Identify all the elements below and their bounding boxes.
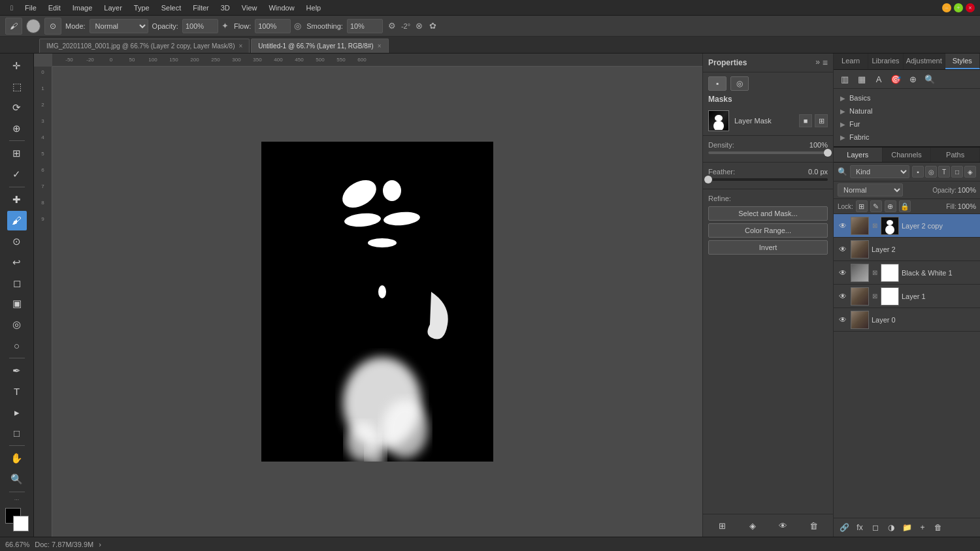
mode-select[interactable]: Normal Multiply Screen [90, 19, 148, 33]
filter-type-icon[interactable]: T [938, 166, 950, 178]
tab-0[interactable]: IMG_20201108_0001.jpg @ 66.7% (Layer 2 c… [39, 39, 250, 53]
style-item-fabric[interactable]: ▶ Fabric [834, 131, 980, 144]
flow-input[interactable] [255, 19, 291, 33]
maximize-button[interactable]: + [954, 3, 963, 12]
link-layers-icon[interactable]: 🔗 [838, 521, 851, 534]
move-tool[interactable]: ✛ [7, 56, 27, 76]
tab-learn[interactable]: Learn [834, 54, 868, 69]
dodge-tool[interactable]: ○ [7, 336, 27, 355]
properties-menu-icon[interactable]: ≡ [823, 57, 828, 68]
close-button[interactable]: × [966, 3, 975, 12]
lasso-tool[interactable]: ⟳ [7, 98, 27, 118]
airbrush-icon[interactable]: ✦ [220, 20, 230, 32]
brush-size-icon[interactable] [26, 19, 41, 33]
menu-window[interactable]: Window [263, 3, 299, 13]
style-item-fur[interactable]: ▶ Fur [834, 118, 980, 131]
layers-mode-select[interactable]: Normal Multiply Screen Overlay [838, 183, 903, 197]
props-bottom-icon-2[interactable]: ◈ [745, 518, 760, 533]
layer-visibility-layer1[interactable]: 👁 [838, 291, 848, 302]
menu-ps[interactable]:  [5, 3, 18, 13]
menu-select[interactable]: Select [156, 3, 187, 13]
add-mask-icon[interactable]: ◻ [869, 521, 882, 534]
path-selection-tool[interactable]: ▸ [7, 403, 27, 422]
layer-mask-preview[interactable] [708, 110, 729, 131]
style-item-natural[interactable]: ▶ Natural [834, 104, 980, 118]
vector-mask-icon[interactable]: ◎ [730, 76, 749, 91]
collapse-icon[interactable]: » [815, 57, 820, 68]
styles-panel-icon-4[interactable]: 🎯 [889, 72, 903, 86]
eraser-tool[interactable]: ◻ [7, 274, 27, 293]
styles-panel-icon-3[interactable]: A [872, 72, 886, 86]
menu-layer[interactable]: Layer [99, 3, 127, 13]
clone-stamp-tool[interactable]: ⊙ [7, 232, 27, 251]
layer-visibility-layer2[interactable]: 👁 [838, 244, 848, 255]
menu-3d[interactable]: 3D [216, 3, 235, 13]
tab-0-close[interactable]: × [238, 42, 242, 50]
extra-icon[interactable]: ✿ [428, 20, 438, 32]
layers-kind-select[interactable]: Kind Name Effect [850, 165, 909, 178]
marquee-tool[interactable]: ⬚ [7, 77, 27, 97]
mask-link-icon[interactable]: ⊞ [815, 114, 828, 127]
filter-adjust-icon[interactable]: ◎ [925, 166, 937, 178]
feather-slider-thumb[interactable] [704, 176, 712, 183]
layer-effects-icon[interactable]: fx [853, 521, 866, 534]
gradient-tool[interactable]: ▣ [7, 294, 27, 313]
color-range-button[interactable]: Color Range... [708, 223, 828, 238]
tool-options-icon[interactable]: 🖌 [5, 18, 22, 35]
canvas-image[interactable] [261, 142, 493, 462]
density-slider-thumb[interactable] [824, 149, 832, 157]
menu-type[interactable]: Type [129, 3, 155, 13]
layer-item-layer2copy[interactable]: 👁 ⊠ Layer 2 copy [834, 214, 980, 238]
density-slider-track[interactable] [708, 151, 828, 154]
menu-edit[interactable]: Edit [43, 3, 66, 13]
feather-slider-track[interactable] [708, 178, 828, 181]
menu-view[interactable]: View [237, 3, 263, 13]
delete-layer-icon[interactable]: 🗑 [932, 521, 945, 534]
layer-item-layer1[interactable]: 👁 ⊠ Layer 1 [834, 285, 980, 308]
brush-tool[interactable]: 🖌 [7, 211, 27, 230]
color-swatches[interactable] [5, 508, 29, 531]
canvas-area[interactable]: -50 -20 0 50 100 150 200 250 300 350 400… [34, 54, 702, 537]
filter-smart-icon[interactable]: ◈ [964, 166, 976, 178]
opacity-input[interactable] [182, 19, 218, 33]
tab-1-close[interactable]: × [378, 42, 382, 50]
styles-panel-icon-5[interactable]: ⊕ [906, 72, 920, 86]
select-and-mask-button[interactable]: Select and Mask... [708, 206, 828, 221]
new-group-icon[interactable]: 📁 [900, 521, 913, 534]
background-color[interactable] [13, 516, 29, 531]
hand-tool[interactable]: ✋ [7, 449, 27, 468]
quick-select-tool[interactable]: ⊕ [7, 119, 27, 138]
styles-panel-icon-6[interactable]: 🔍 [923, 72, 937, 86]
shape-tool[interactable]: □ [7, 424, 27, 443]
settings-icon[interactable]: ⚙ [387, 20, 397, 32]
layer-visibility-layer0[interactable]: 👁 [838, 315, 848, 325]
layers-tab-paths[interactable]: Paths [931, 148, 980, 162]
healing-brush-tool[interactable]: ✚ [7, 190, 27, 210]
type-tool[interactable]: T [7, 382, 27, 401]
lock-all-icon[interactable]: 🔒 [899, 200, 911, 212]
invert-button[interactable]: Invert [708, 240, 828, 255]
style-item-basics[interactable]: ▶ Basics [834, 91, 980, 104]
layers-tab-layers[interactable]: Layers [834, 148, 883, 162]
smoothing-input[interactable] [347, 19, 383, 33]
props-bottom-icon-3[interactable]: 👁 [776, 518, 791, 533]
tab-styles[interactable]: Styles [945, 54, 980, 69]
pen-tool[interactable]: ✒ [7, 361, 27, 381]
crop-tool[interactable]: ⊞ [7, 144, 27, 163]
lock-pixels-icon[interactable]: ⊞ [856, 200, 868, 212]
props-bottom-icon-4[interactable]: 🗑 [807, 518, 821, 533]
layer-item-layer2[interactable]: 👁 Layer 2 [834, 238, 980, 261]
blur-tool[interactable]: ◎ [7, 315, 27, 334]
menu-help[interactable]: Help [301, 3, 327, 13]
filter-shape-icon[interactable]: □ [951, 166, 963, 178]
styles-panel-icon-2[interactable]: ▦ [855, 72, 869, 86]
pixel-mask-icon[interactable]: ▪ [708, 76, 727, 91]
menu-image[interactable]: Image [67, 3, 98, 13]
layer-item-bw1[interactable]: 👁 ⊠ Black & White 1 [834, 261, 980, 285]
history-brush-tool[interactable]: ↩ [7, 253, 27, 272]
tab-libraries[interactable]: Libraries [868, 54, 903, 69]
styles-panel-icon-1[interactable]: ▥ [838, 72, 852, 86]
canvas-container[interactable] [52, 67, 702, 537]
extra-tools[interactable]: ··· [14, 496, 20, 503]
props-bottom-icon-1[interactable]: ⊞ [715, 518, 729, 533]
